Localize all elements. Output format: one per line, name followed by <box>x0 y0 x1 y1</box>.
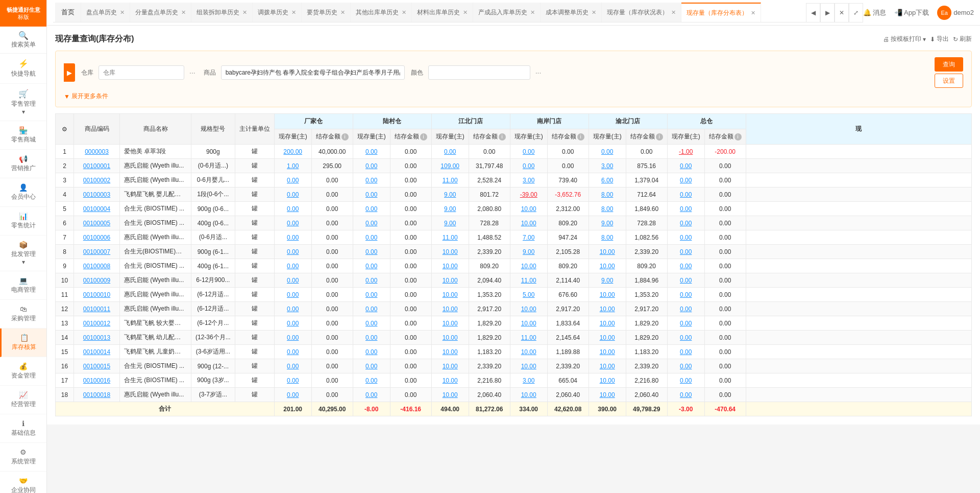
cell-factory-qty[interactable]: 0.00 <box>274 345 311 359</box>
cell-total-qty[interactable]: 0.00 <box>667 230 704 245</box>
sidebar-item-ecommerce[interactable]: 💻 电商管理 <box>0 271 46 300</box>
query-button[interactable]: 查询 <box>935 57 963 72</box>
tab-stock-dist[interactable]: 现存量（库存分布表） ✕ <box>681 3 761 22</box>
cell-total-qty[interactable]: 0.00 <box>667 316 704 331</box>
tab-prev-button[interactable]: ◀ <box>806 3 820 22</box>
info-icon[interactable]: i <box>341 133 349 140</box>
tab-order[interactable]: 要货单历史 ✕ <box>302 3 351 22</box>
cell-na-qty[interactable]: 3.00 <box>510 173 547 187</box>
sidebar-item-mall[interactable]: 🏪 零售商城 <box>0 121 46 150</box>
cell-yb-qty[interactable]: 10.00 <box>589 245 626 259</box>
cell-jb-qty[interactable]: 10.00 <box>431 302 469 316</box>
message-icon[interactable]: 🔔 消息 <box>863 8 886 17</box>
sidebar-item-member[interactable]: 👤 会员中心 <box>0 178 46 207</box>
cell-jb-qty[interactable]: 10.00 <box>431 259 469 273</box>
cell-total-qty[interactable]: 0.00 <box>667 259 704 273</box>
sidebar-item-retail-stats[interactable]: 📊 零售统计 <box>0 207 46 236</box>
cell-yb-qty[interactable]: 9.00 <box>589 273 626 288</box>
cell-yb-qty[interactable]: 9.00 <box>589 216 626 230</box>
cell-lu-qty[interactable]: 0.00 <box>353 159 390 173</box>
sidebar-item-retail[interactable]: 🛒 零售管理 ▾ <box>0 84 46 121</box>
cell-jb-qty[interactable]: 10.00 <box>431 388 469 402</box>
cell-factory-qty[interactable]: 0.00 <box>274 302 311 316</box>
info-icon[interactable]: i <box>734 133 742 140</box>
cell-na-qty[interactable]: 10.00 <box>510 216 547 230</box>
cell-yb-qty[interactable]: 10.00 <box>589 373 626 388</box>
cell-factory-qty[interactable]: 0.00 <box>274 173 311 187</box>
cell-jb-qty[interactable]: 9.00 <box>431 202 469 216</box>
cell-code[interactable]: 00100005 <box>74 216 120 230</box>
cell-na-qty[interactable]: 10.00 <box>510 302 547 316</box>
cell-jb-qty[interactable]: 10.00 <box>431 245 469 259</box>
sidebar-item-finance[interactable]: 💰 资金管理 <box>0 357 46 386</box>
cell-total-qty[interactable]: 0.00 <box>667 302 704 316</box>
tab-close-icon[interactable]: ✕ <box>120 9 125 16</box>
cell-factory-qty[interactable]: 0.00 <box>274 373 311 388</box>
cell-lu-qty[interactable]: 0.00 <box>353 388 390 402</box>
cell-lu-qty[interactable]: 0.00 <box>353 259 390 273</box>
cell-factory-qty[interactable]: 0.00 <box>274 273 311 288</box>
sidebar-item-purchase[interactable]: 🛍 采购管理 <box>0 300 46 328</box>
setting-button[interactable]: 设置 <box>935 74 963 88</box>
cell-code[interactable]: 00100011 <box>74 302 120 316</box>
cell-total-qty[interactable]: 0.00 <box>667 173 704 187</box>
tab-partial-stock[interactable]: 分量盘点单历史 ✕ <box>130 3 191 22</box>
tab-close-icon[interactable]: ✕ <box>463 9 468 16</box>
cell-yb-qty[interactable]: 10.00 <box>589 359 626 373</box>
tab-other-out[interactable]: 其他出库单历史 ✕ <box>351 3 412 22</box>
cell-jb-qty[interactable]: 9.00 <box>431 216 469 230</box>
cell-code[interactable]: 00100013 <box>74 331 120 345</box>
cell-lu-qty[interactable]: 0.00 <box>353 302 390 316</box>
cell-factory-qty[interactable]: 0.00 <box>274 216 311 230</box>
cell-code[interactable]: 00100009 <box>74 273 120 288</box>
cell-total-qty[interactable]: 0.00 <box>667 159 704 173</box>
cell-jb-qty[interactable]: 11.00 <box>431 173 469 187</box>
sidebar-item-marketing[interactable]: 📢 营销推广 <box>0 150 46 178</box>
expand-more-button[interactable]: ▼ 展开更多条件 <box>64 92 108 101</box>
tab-close-icon[interactable]: ✕ <box>242 9 247 16</box>
cell-factory-qty[interactable]: 200.00 <box>274 145 311 159</box>
tab-stock-status[interactable]: 现存量（库存状况表） ✕ <box>602 3 681 22</box>
cell-code[interactable]: 00100015 <box>74 359 120 373</box>
tab-close-all-button[interactable]: ✕ <box>835 3 849 22</box>
tab-close-icon[interactable]: ✕ <box>181 9 186 16</box>
tab-transfer[interactable]: 调拨单历史 ✕ <box>253 3 302 22</box>
cell-code[interactable]: 0000003 <box>74 145 120 159</box>
cell-total-qty[interactable]: 0.00 <box>667 216 704 230</box>
cell-na-qty[interactable]: 10.00 <box>510 202 547 216</box>
cell-jb-qty[interactable]: 10.00 <box>431 273 469 288</box>
cell-lu-qty[interactable]: 0.00 <box>353 202 390 216</box>
cell-yb-qty[interactable]: 10.00 <box>589 316 626 331</box>
cell-na-qty[interactable]: 3.00 <box>510 373 547 388</box>
refresh-button[interactable]: ↻ 刷新 <box>953 35 972 43</box>
cell-na-qty[interactable]: 0.00 <box>510 145 547 159</box>
tab-close-icon[interactable]: ✕ <box>592 9 596 16</box>
tab-close-icon[interactable]: ✕ <box>291 9 296 16</box>
tab-close-icon[interactable]: ✕ <box>402 9 406 16</box>
cell-total-qty[interactable]: 0.00 <box>667 359 704 373</box>
cell-yb-qty[interactable]: 10.00 <box>589 345 626 359</box>
cell-code[interactable]: 00100012 <box>74 316 120 331</box>
cell-yb-qty[interactable]: 10.00 <box>589 288 626 302</box>
cell-lu-qty[interactable]: 0.00 <box>353 331 390 345</box>
tab-cost-adjust[interactable]: 成本调整单历史 ✕ <box>541 3 602 22</box>
cell-lu-qty[interactable]: 0.00 <box>353 245 390 259</box>
cell-code[interactable]: 00100003 <box>74 187 120 202</box>
tab-close-icon[interactable]: ✕ <box>530 9 535 16</box>
cell-na-qty[interactable]: 0.00 <box>510 159 547 173</box>
cell-jb-qty[interactable]: 10.00 <box>431 345 469 359</box>
cell-na-qty[interactable]: 11.00 <box>510 331 547 345</box>
cell-lu-qty[interactable]: 0.00 <box>353 173 390 187</box>
cell-na-qty[interactable]: 10.00 <box>510 359 547 373</box>
tab-close-icon[interactable]: ✕ <box>671 9 676 16</box>
tab-finished-in[interactable]: 产成品入库单历史 ✕ <box>473 3 541 22</box>
cell-na-qty[interactable]: 7.00 <box>510 230 547 245</box>
cell-factory-qty[interactable]: 0.00 <box>274 230 311 245</box>
cell-na-qty[interactable]: 10.00 <box>510 388 547 402</box>
export-button[interactable]: ⬇ 导出 <box>930 35 949 43</box>
cell-code[interactable]: 00100006 <box>74 230 120 245</box>
tab-close-icon[interactable]: ✕ <box>751 10 755 16</box>
tab-expand-button[interactable]: ⤢ <box>849 3 863 22</box>
cell-factory-qty[interactable]: 0.00 <box>274 316 311 331</box>
sidebar-item-enterprise[interactable]: 🤝 企业协同 <box>0 472 46 493</box>
